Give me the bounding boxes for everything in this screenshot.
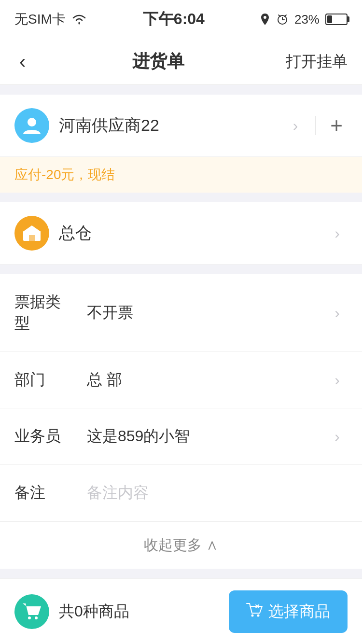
warehouse-icon-bg (14, 216, 49, 251)
department-value: 总 部 (87, 369, 334, 391)
salesperson-label: 业务员 (14, 426, 72, 447)
svg-marker-7 (22, 225, 42, 232)
svg-line-4 (284, 15, 286, 16)
department-chevron-icon: › (334, 371, 340, 389)
product-count-text: 共0种商品 (59, 601, 229, 622)
remark-value: 备注内容 (87, 482, 348, 504)
collapse-label: 收起更多 ∧ (144, 535, 218, 555)
invoice-type-chevron-icon: › (334, 304, 340, 322)
cart-icon (22, 602, 42, 621)
supplier-row[interactable]: 河南供应商22 › + (0, 95, 362, 157)
svg-point-11 (251, 614, 254, 616)
supplier-name: 河南供应商22 (59, 114, 293, 137)
back-button[interactable]: ‹ (14, 46, 30, 77)
salesperson-chevron-icon: › (334, 428, 340, 446)
open-hang-button[interactable]: 打开挂单 (286, 51, 348, 72)
person-icon (21, 115, 42, 136)
department-row[interactable]: 部门 总 部 › (0, 352, 362, 408)
battery-icon (325, 14, 348, 25)
select-product-button[interactable]: 选择商品 (229, 590, 348, 633)
svg-rect-8 (29, 235, 35, 241)
select-btn-icon (246, 603, 263, 621)
status-carrier: 无SIM卡 (14, 10, 88, 28)
bottom-bar: 共0种商品 选择商品 (0, 578, 362, 644)
carrier-text: 无SIM卡 (14, 10, 66, 28)
svg-point-10 (35, 616, 38, 619)
status-right: 23% (260, 12, 348, 27)
svg-point-12 (257, 614, 260, 616)
location-icon (260, 13, 270, 26)
form-card: 票据类型 不开票 › 部门 总 部 › 业务员 这是859的小智 › 备注 备注… (0, 274, 362, 569)
divider (315, 116, 316, 135)
supplier-card: 河南供应商22 › + 应付-20元，现结 (0, 95, 362, 193)
product-icon-bg (14, 594, 49, 629)
page-content: 河南供应商22 › + 应付-20元，现结 总仓 › 票据类型 不开票 › (0, 85, 362, 644)
status-bar: 无SIM卡 下午6:04 23% (0, 0, 362, 39)
supplier-avatar (14, 108, 49, 143)
supplier-chevron-icon: › (293, 117, 298, 135)
battery-fill (327, 15, 332, 23)
svg-point-9 (28, 616, 31, 619)
department-label: 部门 (14, 369, 72, 391)
section-gap-1 (0, 85, 362, 95)
warehouse-chevron-icon: › (334, 224, 340, 242)
invoice-type-row[interactable]: 票据类型 不开票 › (0, 274, 362, 352)
nav-bar: ‹ 进货单 打开挂单 (0, 39, 362, 85)
svg-point-5 (28, 118, 36, 126)
invoice-type-value: 不开票 (87, 302, 334, 323)
remark-row[interactable]: 备注 备注内容 (0, 465, 362, 521)
collapse-row[interactable]: 收起更多 ∧ (0, 521, 362, 569)
svg-line-3 (278, 15, 280, 16)
notice-bar: 应付-20元，现结 (0, 157, 362, 193)
select-btn-label: 选择商品 (268, 601, 330, 622)
invoice-type-label: 票据类型 (14, 292, 72, 334)
remark-label: 备注 (14, 482, 72, 504)
add-supplier-button[interactable]: + (325, 113, 348, 138)
salesperson-value: 这是859的小智 (87, 426, 334, 447)
select-cart-icon (246, 603, 263, 617)
warehouse-row[interactable]: 总仓 › (0, 202, 362, 265)
section-gap-3 (0, 265, 362, 274)
battery-percent: 23% (294, 12, 320, 27)
status-time: 下午6:04 (143, 9, 205, 30)
warehouse-name: 总仓 (59, 222, 334, 244)
section-gap-2 (0, 193, 362, 202)
salesperson-row[interactable]: 业务员 这是859的小智 › (0, 408, 362, 465)
page-title: 进货单 (132, 50, 184, 73)
alarm-icon (276, 13, 289, 26)
notice-text: 应付-20元，现结 (14, 167, 115, 182)
wifi-icon (70, 13, 88, 26)
warehouse-icon (22, 224, 42, 242)
